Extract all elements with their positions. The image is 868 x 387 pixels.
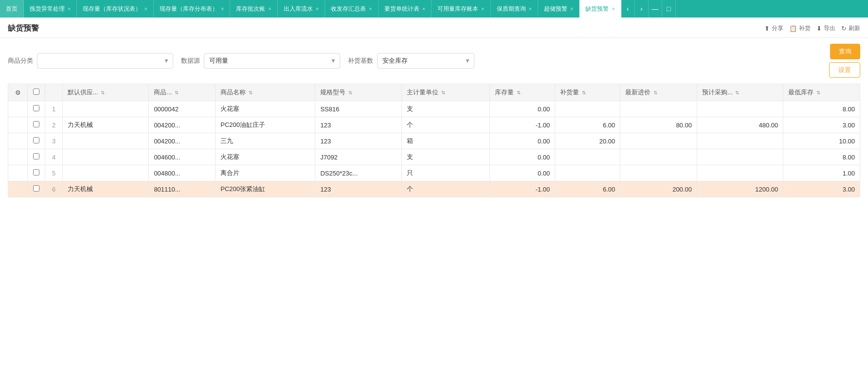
th-restock-qty[interactable]: 补货量 ⇅: [555, 84, 620, 101]
tab-inout-flow-close[interactable]: ×: [316, 6, 319, 12]
restock-basis-select[interactable]: [377, 53, 474, 69]
row-supplier-4: [63, 149, 149, 165]
th-settings[interactable]: ⚙: [8, 84, 28, 101]
tab-shortage-label: 缺货预警: [585, 5, 609, 13]
tab-overstock-close[interactable]: ×: [570, 6, 573, 12]
share-action[interactable]: ⬆ 分享: [764, 24, 783, 33]
row-spec-2: 123: [315, 117, 402, 133]
tab-current-stock1[interactable]: 现存量（库存状况表） ×: [77, 0, 153, 18]
th-estimated-purchase[interactable]: 预计采购... ⇅: [697, 84, 783, 101]
tab-available-ledger-label: 可用量库存账本: [437, 5, 478, 13]
tab-batch-ledger[interactable]: 库存批次账 ×: [230, 0, 277, 18]
tab-maximize-btn[interactable]: □: [662, 0, 676, 18]
tab-inout-flow[interactable]: 出入库流水 ×: [278, 0, 325, 18]
row-estimated-purchase-1: [697, 101, 783, 117]
th-min-stock[interactable]: 最低库存 ⇅: [783, 84, 860, 101]
th-default-supplier[interactable]: 默认供应... ⇅: [63, 84, 149, 101]
th-product-code[interactable]: 商品... ⇅: [149, 84, 216, 101]
tab-order-stats[interactable]: 要货单统计表 ×: [379, 0, 432, 18]
th-latest-price[interactable]: 最新进价 ⇅: [620, 84, 697, 101]
row-checkbox-cell[interactable]: [28, 117, 45, 133]
tab-home[interactable]: 首页: [0, 0, 24, 18]
export-action[interactable]: ⬇ 导出: [816, 24, 835, 33]
row-checkbox-5[interactable]: [33, 169, 39, 176]
tab-available-ledger-close[interactable]: ×: [481, 6, 484, 12]
row-stock-qty-4: 0.00: [490, 149, 555, 165]
row-checkbox-4[interactable]: [33, 153, 39, 159]
restock-label: 补货: [799, 24, 811, 33]
tab-current-stock1-close[interactable]: ×: [144, 6, 147, 12]
row-num-4: 4: [45, 149, 63, 165]
row-checkbox-cell[interactable]: [28, 101, 45, 117]
row-unit-1: 支: [402, 101, 490, 117]
table-row: 4 004600... 火花塞 J7092 支 0.00 8.00: [8, 149, 860, 165]
tab-current-stock2[interactable]: 现存量（库存分布表） ×: [154, 0, 230, 18]
th-product-name[interactable]: 商品名称 ⇅: [216, 84, 315, 101]
tab-shelf-life-label: 保质期查询: [497, 5, 526, 13]
tab-pick-exception-close[interactable]: ×: [68, 6, 71, 12]
tab-pick-exception[interactable]: 拣货异常处理 ×: [24, 0, 77, 18]
share-label: 分享: [772, 24, 783, 33]
row-checkbox-cell[interactable]: [28, 133, 45, 149]
row-spec-3: 123: [315, 133, 402, 149]
th-spec-label: 规格型号: [320, 88, 345, 96]
th-estimated-purchase-label: 预计采购...: [702, 88, 733, 96]
tab-receive-summary-close[interactable]: ×: [369, 6, 372, 12]
row-gear-cell: [8, 101, 28, 117]
row-spec-6: 123: [315, 181, 402, 197]
select-all-checkbox[interactable]: [33, 88, 39, 95]
row-checkbox-cell[interactable]: [28, 181, 45, 197]
refresh-icon: ↻: [841, 25, 847, 32]
tab-order-stats-close[interactable]: ×: [422, 6, 425, 12]
restock-action[interactable]: 📋 补货: [789, 24, 811, 33]
tab-shelf-life[interactable]: 保质期查询 ×: [491, 0, 538, 18]
row-latest-price-1: [620, 101, 697, 117]
row-estimated-purchase-3: [697, 133, 783, 149]
row-latest-price-2: 80.00: [620, 117, 697, 133]
tab-current-stock2-close[interactable]: ×: [221, 6, 224, 12]
tab-minimize-btn[interactable]: —: [649, 0, 662, 18]
row-spec-5: DS250*23c...: [315, 165, 402, 181]
th-unit[interactable]: 主计量单位 ⇅: [402, 84, 490, 101]
row-restock-qty-2: 6.00: [555, 117, 620, 133]
table-container: ⚙ 默认供应... ⇅ 商品... ⇅ 商品名称: [0, 84, 868, 197]
row-supplier-5: [63, 165, 149, 181]
tab-next-btn[interactable]: ›: [635, 0, 649, 18]
row-checkbox-3[interactable]: [33, 137, 39, 143]
data-source-select[interactable]: [204, 53, 340, 69]
category-select[interactable]: [37, 53, 173, 69]
tab-order-stats-label: 要货单统计表: [384, 5, 419, 13]
tab-batch-ledger-close[interactable]: ×: [268, 6, 271, 12]
header-actions: ⬆ 分享 📋 补货 ⬇ 导出 ↻ 刷新: [764, 24, 860, 33]
th-spec[interactable]: 规格型号 ⇅: [315, 84, 402, 101]
tab-shortage[interactable]: 缺货预警 ×: [579, 0, 621, 18]
tab-overstock[interactable]: 超储预警 ×: [538, 0, 579, 18]
row-checkbox-cell[interactable]: [28, 149, 45, 165]
th-checkbox[interactable]: [28, 84, 45, 101]
tab-shelf-life-close[interactable]: ×: [529, 6, 532, 12]
tab-receive-summary[interactable]: 收发存汇总表 ×: [325, 0, 378, 18]
row-checkbox-6[interactable]: [33, 185, 39, 192]
row-min-stock-1: 8.00: [783, 101, 860, 117]
row-restock-qty-3: 20.00: [555, 133, 620, 149]
row-restock-qty-1: [555, 101, 620, 117]
page-title: 缺货预警: [8, 23, 39, 34]
query-button[interactable]: 查询: [830, 44, 860, 59]
row-num-5: 5: [45, 165, 63, 181]
tab-available-ledger[interactable]: 可用量库存账本 ×: [432, 0, 490, 18]
refresh-action[interactable]: ↻ 刷新: [841, 24, 860, 33]
row-num-3: 3: [45, 133, 63, 149]
row-checkbox-2[interactable]: [33, 121, 39, 127]
table-header: ⚙ 默认供应... ⇅ 商品... ⇅ 商品名称: [8, 84, 860, 101]
settings-button[interactable]: 设置: [829, 62, 860, 78]
row-min-stock-4: 8.00: [783, 149, 860, 165]
tab-shortage-close[interactable]: ×: [612, 6, 615, 12]
tab-prev-btn[interactable]: ‹: [621, 0, 635, 18]
row-checkbox-cell[interactable]: [28, 165, 45, 181]
row-checkbox-1[interactable]: [33, 105, 39, 111]
th-restock-qty-sort-icon: ⇅: [582, 90, 586, 95]
row-supplier-2: 力天机械: [63, 117, 149, 133]
table-row: 1 0000042 火花塞 SS816 支 0.00 8.00: [8, 101, 860, 117]
row-estimated-purchase-2: 480.00: [697, 117, 783, 133]
th-stock-qty[interactable]: 库存量 ⇅: [490, 84, 555, 101]
